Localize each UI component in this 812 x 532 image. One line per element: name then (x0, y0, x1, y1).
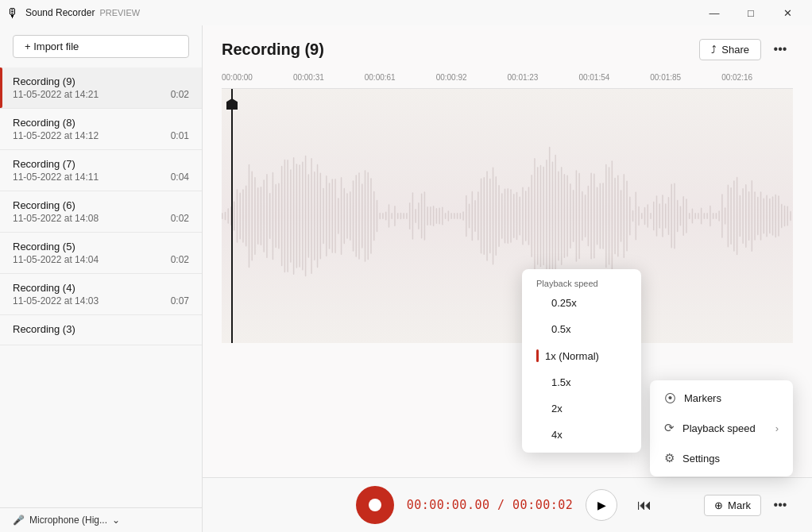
svg-rect-137 (626, 180, 627, 251)
minimize-button[interactable]: — (696, 0, 733, 25)
menu-item-markers[interactable]: ⦿ Markers (650, 384, 793, 413)
svg-rect-119 (573, 190, 574, 242)
svg-rect-72 (433, 206, 434, 226)
playhead[interactable] (231, 89, 233, 343)
svg-rect-93 (496, 176, 497, 256)
svg-rect-62 (403, 213, 404, 219)
recording-item[interactable]: Recording (4)11-05-2022 at 14:030:07 (0, 274, 202, 315)
svg-rect-152 (671, 184, 671, 249)
maximize-button[interactable]: □ (733, 0, 769, 25)
recording-item[interactable]: Recording (9)11-05-2022 at 14:210:02 (0, 67, 202, 109)
mark-button[interactable]: ⊕ Mark (704, 495, 761, 516)
speed-option[interactable]: 4x (522, 422, 641, 448)
svg-rect-17 (269, 193, 270, 239)
svg-rect-138 (629, 196, 630, 235)
svg-rect-58 (391, 213, 392, 219)
svg-rect-157 (686, 199, 686, 233)
menu-item-settings[interactable]: ⚙ Settings (650, 443, 793, 473)
speed-option[interactable]: 1x (Normal) (522, 342, 641, 369)
svg-rect-164 (706, 213, 707, 219)
waveform-area[interactable]: // Generate waveform bars inline const s… (222, 89, 793, 343)
svg-rect-129 (602, 183, 603, 249)
svg-rect-116 (564, 174, 565, 258)
bottom-more-button[interactable]: ••• (768, 492, 793, 518)
svg-rect-107 (537, 167, 538, 264)
svg-rect-6 (237, 189, 238, 242)
playback-speed-icon: ⟳ (664, 421, 675, 435)
svg-rect-111 (549, 147, 550, 286)
svg-rect-14 (261, 187, 261, 245)
svg-rect-122 (582, 191, 582, 241)
share-button[interactable]: ⤴ Share (699, 39, 761, 60)
recording-item[interactable]: Recording (6)11-05-2022 at 14:080:02 (0, 191, 202, 233)
speed-option[interactable]: 0.5x (522, 316, 641, 342)
svg-rect-9 (246, 186, 246, 247)
recording-meta: 11-05-2022 at 14:110:04 (13, 172, 189, 183)
recording-date: 11-05-2022 at 14:03 (13, 295, 99, 306)
speed-option[interactable]: 1.5x (522, 369, 641, 395)
svg-rect-55 (382, 213, 383, 219)
recording-item[interactable]: Recording (7)11-05-2022 at 14:110:04 (0, 150, 202, 191)
svg-rect-42 (344, 188, 345, 245)
svg-rect-31 (311, 158, 311, 274)
svg-rect-43 (346, 193, 347, 239)
speed-option-label: 0.5x (551, 323, 571, 335)
total-time: 00:00:02 (512, 498, 573, 512)
recording-duration: 0:07 (171, 295, 189, 306)
timeline-tick: 00:01:54 (578, 73, 650, 82)
preview-badge: PREVIEW (99, 8, 140, 17)
recording-name: Recording (5) (13, 241, 189, 253)
speed-option[interactable]: 2x (522, 395, 641, 422)
menu-item-playback-speed[interactable]: ⟳ Playback speed › (650, 413, 793, 443)
speed-option[interactable]: 0.25x (522, 290, 641, 316)
skip-icon: ⏮ (637, 497, 652, 514)
timeline-ruler: 00:00:0000:00:3100:00:6100:00:9200:01:23… (222, 70, 793, 89)
svg-rect-1 (222, 213, 222, 219)
current-time: 00:00:00.00 (407, 498, 490, 512)
skip-to-start-button[interactable]: ⏮ (630, 491, 659, 519)
svg-rect-97 (508, 188, 508, 244)
recording-duration: 0:02 (171, 213, 189, 224)
recording-meta: 11-05-2022 at 14:120:01 (13, 130, 189, 141)
recording-name: Recording (3) (13, 323, 189, 335)
record-button-inner (369, 499, 381, 511)
mic-icon: 🎤 (13, 515, 25, 526)
svg-rect-143 (644, 207, 645, 226)
svg-rect-67 (418, 202, 419, 229)
recording-date: 11-05-2022 at 14:21 (13, 89, 99, 100)
svg-rect-189 (781, 204, 782, 229)
more-options-button[interactable]: ••• (768, 37, 793, 62)
svg-rect-36 (326, 175, 327, 256)
import-button[interactable]: + Import file (13, 35, 189, 58)
svg-rect-161 (698, 213, 698, 219)
recording-name: Recording (9) (13, 75, 189, 87)
svg-rect-30 (308, 174, 309, 258)
recording-duration: 0:02 (171, 89, 189, 100)
svg-rect-186 (772, 196, 773, 235)
svg-rect-131 (609, 167, 609, 265)
svg-rect-73 (436, 208, 437, 224)
svg-rect-156 (682, 196, 683, 236)
svg-rect-41 (341, 177, 342, 255)
timeline-tick: 00:01:85 (650, 73, 721, 82)
svg-rect-64 (409, 202, 410, 229)
svg-rect-123 (585, 195, 586, 237)
svg-rect-95 (501, 193, 502, 239)
svg-rect-125 (590, 172, 591, 259)
play-button[interactable]: ▶ (586, 489, 617, 521)
timeline-tick: 00:00:92 (436, 73, 508, 82)
recording-item[interactable]: Recording (8)11-05-2022 at 14:120:01 (0, 109, 202, 150)
svg-rect-135 (621, 190, 621, 241)
recording-item[interactable]: Recording (5)11-05-2022 at 14:040:02 (0, 233, 202, 274)
svg-rect-47 (358, 172, 359, 259)
close-button[interactable]: ✕ (769, 0, 806, 25)
app-title: Sound Recorder (25, 7, 95, 18)
record-button[interactable] (356, 486, 394, 524)
share-label: Share (721, 44, 749, 56)
mic-indicator[interactable]: 🎤 Microphone (Hig... ⌄ (0, 507, 202, 532)
recording-item[interactable]: Recording (3) (0, 315, 202, 345)
svg-rect-130 (605, 164, 606, 268)
svg-rect-159 (692, 208, 693, 223)
svg-rect-98 (510, 189, 511, 242)
svg-rect-166 (713, 213, 713, 219)
